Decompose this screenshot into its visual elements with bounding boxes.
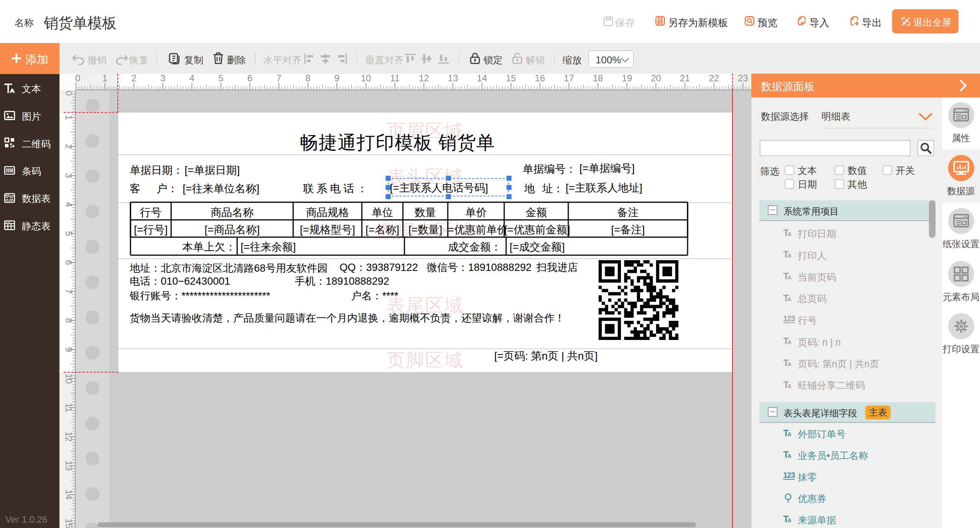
svg-text:3: 3 — [64, 173, 74, 178]
svg-text:11: 11 — [64, 403, 74, 412]
svg-text:15: 15 — [506, 74, 516, 83]
svg-text:16: 16 — [535, 74, 545, 83]
svg-text:23: 23 — [738, 74, 748, 83]
svg-text:1: 1 — [64, 115, 74, 120]
svg-text:0: 0 — [76, 74, 80, 83]
svg-text:12: 12 — [64, 431, 74, 442]
svg-text:7: 7 — [276, 74, 281, 83]
svg-text:2: 2 — [131, 74, 136, 83]
svg-text:9: 9 — [64, 347, 74, 352]
svg-text:12: 12 — [419, 74, 429, 83]
svg-text:10: 10 — [64, 373, 74, 384]
svg-text:7: 7 — [64, 289, 74, 294]
svg-text:5: 5 — [218, 74, 223, 83]
svg-text:9: 9 — [334, 74, 339, 83]
svg-text:13: 13 — [64, 460, 74, 471]
svg-text:6: 6 — [64, 260, 74, 265]
svg-text:8: 8 — [64, 318, 74, 323]
svg-text:10: 10 — [361, 74, 371, 83]
svg-text:8: 8 — [305, 74, 310, 83]
svg-text:4: 4 — [64, 202, 74, 207]
svg-text:11: 11 — [390, 74, 400, 83]
svg-text:14: 14 — [477, 74, 487, 83]
svg-text:5: 5 — [64, 231, 74, 236]
svg-text:101001: 101001 — [5, 199, 14, 202]
svg-text:2: 2 — [64, 144, 74, 149]
svg-text:21: 21 — [680, 74, 690, 83]
svg-text:6: 6 — [247, 74, 252, 83]
svg-text:15: 15 — [64, 518, 74, 528]
svg-text:20: 20 — [651, 74, 661, 83]
svg-text:3: 3 — [160, 74, 165, 83]
svg-text:19: 19 — [622, 74, 632, 83]
svg-text:1: 1 — [102, 74, 107, 83]
svg-text:17: 17 — [564, 74, 574, 83]
svg-text:0: 0 — [64, 91, 74, 96]
svg-text:13: 13 — [448, 74, 458, 83]
svg-text:4: 4 — [189, 74, 194, 83]
svg-text:18: 18 — [593, 74, 603, 83]
svg-text:22: 22 — [709, 74, 719, 83]
svg-text:14: 14 — [64, 490, 74, 500]
